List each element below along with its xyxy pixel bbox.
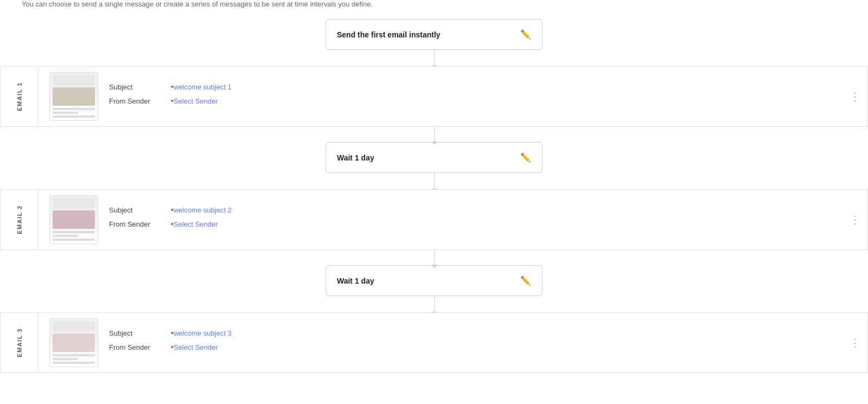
- email-2-sender-value[interactable]: Select Sender: [174, 220, 218, 228]
- wait-1-label: Wait 1 day: [337, 153, 374, 162]
- email-2-label: EMAIL 2: [16, 205, 22, 234]
- email-2-sender-row: From Sender • Select Sender: [109, 220, 867, 228]
- email-2-menu-button[interactable]: ⋮: [850, 213, 861, 226]
- email-1-thumbnail: [49, 72, 98, 121]
- email-2-subject-row: Subject • welcome subject 2: [109, 206, 867, 214]
- email-2-subject-label: Subject: [109, 206, 169, 214]
- email-1-sender-label: From Sender: [109, 97, 169, 105]
- email-row-2: EMAIL 2 Subject • welcome subjec: [0, 189, 868, 250]
- email-2-label-side: EMAIL 2: [1, 190, 39, 249]
- email-3-thumbnail: [49, 318, 98, 367]
- page-wrapper: You can choose to send a single message …: [0, 0, 868, 404]
- connector-3: [434, 173, 435, 189]
- flow-container: Send the first email instantly ✏️ EMAIL …: [0, 19, 868, 395]
- email-1-subject-value[interactable]: welcome subject 1: [174, 83, 232, 91]
- email-1-sender-value[interactable]: Select Sender: [174, 97, 218, 105]
- wait-box-1[interactable]: Wait 1 day ✏️: [326, 142, 542, 173]
- email-1-label: EMAIL 1: [16, 82, 22, 111]
- connector-4: [434, 250, 435, 265]
- email-3-label-side: EMAIL 3: [1, 313, 39, 373]
- email-3-details: Subject • welcome subject 3 From Sender …: [109, 320, 867, 365]
- trigger-box[interactable]: Send the first email instantly ✏️: [326, 19, 542, 50]
- email-1-subject-row: Subject • welcome subject 1: [109, 82, 867, 91]
- email-2-details: Subject • welcome subject 2 From Sender …: [109, 197, 867, 242]
- email-3-sender-label: From Sender: [109, 343, 169, 351]
- email-3-sender-row: From Sender • Select Sender: [109, 343, 867, 351]
- email-2-thumbnail: [49, 195, 98, 244]
- email-2-subject-value[interactable]: welcome subject 2: [174, 206, 232, 214]
- connector-5: [434, 296, 435, 312]
- connector-2: [434, 127, 435, 142]
- email-1-sender-row: From Sender • Select Sender: [109, 97, 867, 105]
- email-1-details: Subject • welcome subject 1 From Sender …: [109, 74, 867, 119]
- email-row-1: EMAIL 1 Subject • welcome subjec: [0, 66, 868, 127]
- wait-1-edit-icon[interactable]: ✏️: [520, 152, 531, 163]
- email-3-menu-button[interactable]: ⋮: [850, 336, 861, 349]
- trigger-edit-icon[interactable]: ✏️: [520, 29, 531, 40]
- subtitle-text: You can choose to send a single message …: [0, 0, 868, 8]
- email-3-subject-value[interactable]: welcome subject 3: [174, 329, 232, 337]
- email-2-sender-label: From Sender: [109, 220, 169, 228]
- email-1-subject-label: Subject: [109, 83, 169, 91]
- wait-2-edit-icon[interactable]: ✏️: [520, 275, 531, 286]
- trigger-label: Send the first email instantly: [337, 30, 441, 39]
- email-3-sender-value[interactable]: Select Sender: [174, 343, 218, 351]
- wait-2-label: Wait 1 day: [337, 277, 374, 285]
- email-3-label: EMAIL 3: [16, 328, 22, 357]
- email-row-3: EMAIL 3 Subject • welcome subjec: [0, 312, 868, 373]
- email-1-label-side: EMAIL 1: [1, 67, 39, 126]
- email-3-subject-row: Subject • welcome subject 3: [109, 329, 867, 337]
- email-1-menu-button[interactable]: ⋮: [850, 90, 861, 103]
- wait-box-2[interactable]: Wait 1 day ✏️: [326, 265, 542, 296]
- connector-1: [434, 50, 435, 66]
- email-3-subject-label: Subject: [109, 329, 169, 337]
